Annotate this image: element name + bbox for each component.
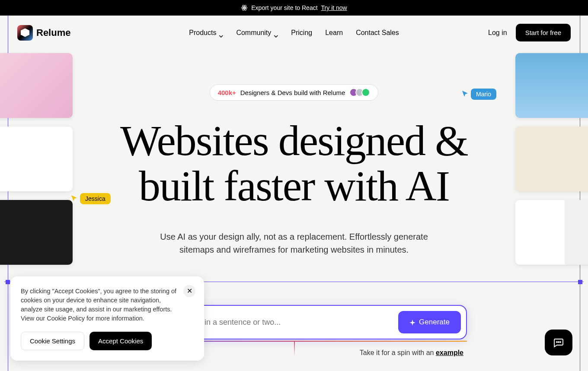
cookie-actions: Cookie Settings Accept Cookies <box>21 332 194 350</box>
resize-handle-left[interactable] <box>6 280 10 284</box>
hero-title: Websites designed & built faster with AI <box>0 118 588 209</box>
hero-subtitle: Use AI as your design ally, not as a rep… <box>143 230 445 256</box>
nav-products[interactable]: Products <box>189 29 223 37</box>
social-proof-badge: 400k+ Designers & Devs build with Relume <box>210 84 379 101</box>
hero-section: 400k+ Designers & Devs build with Relume… <box>0 50 588 256</box>
svg-point-4 <box>556 342 557 342</box>
logo[interactable]: Relume <box>17 25 70 41</box>
svg-point-5 <box>558 342 559 342</box>
cookie-close-button[interactable]: ✕ <box>183 285 195 297</box>
cookie-accept-button[interactable]: Accept Cookies <box>89 332 152 350</box>
social-proof-text: Designers & Devs build with Relume <box>240 89 345 96</box>
cookie-banner: ✕ By clicking "Accept Cookies", you agre… <box>10 276 204 361</box>
announcement-cta-link[interactable]: Try it now <box>321 4 347 11</box>
nav-learn[interactable]: Learn <box>325 29 343 37</box>
example-prompt-hint: Take it for a spin with an example <box>360 349 463 357</box>
nav-contact-sales[interactable]: Contact Sales <box>356 29 399 37</box>
generate-button[interactable]: Generate <box>398 311 461 333</box>
decorative-tick <box>294 341 295 356</box>
nav-right: Log in Start for free <box>488 24 571 41</box>
logo-icon <box>17 25 33 41</box>
chevron-down-icon <box>274 32 278 34</box>
cookie-settings-button[interactable]: Cookie Settings <box>21 332 84 350</box>
cookie-text: By clicking "Accept Cookies", you agree … <box>21 287 194 323</box>
chat-button[interactable] <box>545 330 572 355</box>
react-icon <box>241 4 248 11</box>
nav-center: Products Community Pricing Learn Contact… <box>189 29 399 37</box>
nav-pricing[interactable]: Pricing <box>291 29 312 37</box>
logo-text: Relume <box>36 27 70 38</box>
avatar <box>361 88 370 97</box>
close-icon: ✕ <box>187 287 192 295</box>
example-link[interactable]: example <box>436 349 463 356</box>
login-link[interactable]: Log in <box>488 29 507 37</box>
announcement-text: Export your site to React <box>251 4 317 11</box>
chevron-down-icon <box>219 32 223 34</box>
avatar-group <box>349 88 370 97</box>
svg-point-6 <box>560 342 561 342</box>
resize-handle-right[interactable] <box>578 280 582 284</box>
svg-point-0 <box>244 7 245 9</box>
chat-icon <box>553 336 565 349</box>
signup-button[interactable]: Start for free <box>516 24 571 41</box>
navbar: Relume Products Community Pricing Learn … <box>0 16 588 50</box>
announcement-bar: Export your site to React Try it now <box>0 0 588 16</box>
sparkle-icon <box>409 319 415 325</box>
user-count: 400k+ <box>218 89 236 96</box>
nav-community[interactable]: Community <box>236 29 278 37</box>
